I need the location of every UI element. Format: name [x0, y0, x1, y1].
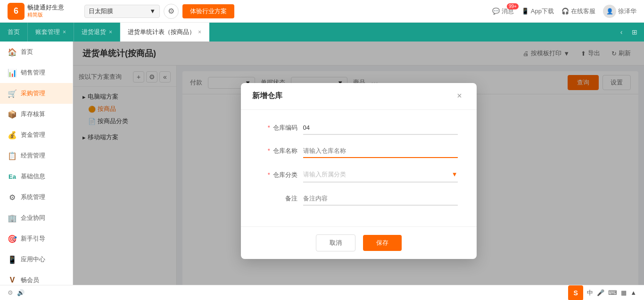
operation-icon: 📋	[8, 151, 17, 160]
top-header: 6 畅捷通好生意 精简版 日太阳膜 ▼ ⚙ 体验行业方案 💬 消息 99+ 📱 …	[0, 0, 644, 23]
form-input-code[interactable]	[303, 121, 458, 135]
tab-purchase-stats[interactable]: 进货单统计表（按商品） ×	[120, 23, 209, 42]
sidebar-item-operation[interactable]: 📋 经营管理	[0, 145, 73, 166]
content-area: 进货单统计(按商品) 🖨 按模板打印 ▼ ⬆ 导出 ↻ 刷新	[73, 42, 644, 300]
sidebar-item-finance[interactable]: 💰 资金管理	[0, 125, 73, 145]
form-row-name: * 仓库名称	[260, 144, 458, 158]
logo-icon: 6	[8, 3, 25, 20]
tab-next-btn[interactable]: ⊞	[629, 26, 640, 38]
vip-icon: V	[8, 275, 17, 285]
tab-home[interactable]: 首页	[0, 23, 28, 42]
app-download-btn[interactable]: 📱 App下载	[521, 7, 554, 16]
save-button[interactable]: 保存	[363, 235, 402, 251]
modal-overlay[interactable]: 新增仓库 × * 仓库编码 *	[73, 42, 644, 300]
sidebar-item-basic-info[interactable]: Ea 基础信息	[0, 166, 73, 187]
grid-icon[interactable]: ▦	[621, 289, 627, 296]
tab-purchase-return[interactable]: 进货退货 ×	[74, 23, 120, 42]
bottom-left: ⚙ 🔊	[8, 289, 25, 296]
form-label-name: * 仓库名称	[260, 147, 297, 155]
sidebar-item-system[interactable]: ⚙ 系统管理	[0, 187, 73, 208]
sidebar-item-apps[interactable]: 📱 应用中心	[0, 249, 73, 270]
modal-new-warehouse: 新增仓库 × * 仓库编码 *	[241, 83, 477, 259]
online-service-btn[interactable]: 🎧 在线客服	[561, 7, 595, 16]
form-row-remark: 备注	[260, 192, 458, 206]
enterprise-icon: 🏢	[8, 213, 17, 223]
user-avatar: 👤	[603, 5, 616, 18]
tab-prev-btn[interactable]: ‹	[616, 26, 627, 38]
finance-icon: 💰	[8, 130, 17, 140]
bottom-sound-icon[interactable]: 🔊	[17, 289, 25, 296]
form-label-code: * 仓库编码	[260, 124, 297, 132]
tab-spacer	[209, 23, 612, 42]
modal-close-btn[interactable]: ×	[454, 91, 465, 102]
bottom-right: S 中 🎤 ⌨ ▦ ▲	[568, 285, 636, 300]
tab-account[interactable]: 账套管理 ×	[28, 23, 74, 42]
sidebar-item-home[interactable]: 🏠 首页	[0, 42, 73, 62]
bottom-bar: ⚙ 🔊 S 中 🎤 ⌨ ▦ ▲	[0, 285, 644, 300]
mic-icon[interactable]: 🎤	[597, 289, 604, 296]
sidebar-item-enterprise[interactable]: 🏢 企业协同	[0, 208, 73, 228]
keyboard-icon[interactable]: ⌨	[608, 289, 617, 296]
apps-icon: 📱	[8, 255, 17, 264]
basic-info-icon: Ea	[8, 172, 17, 181]
sidebar-item-inventory[interactable]: 📦 库存核算	[0, 104, 73, 125]
logo-sub: 精简版	[27, 11, 64, 18]
logo-text: 畅捷通好生意	[27, 4, 64, 12]
form-label-category: * 仓库分类	[260, 171, 297, 179]
main-layout: 🏠 首页 📊 销售管理 🛒 采购管理 📦 库存核算 💰 资金管理 📋 经营管理 …	[0, 42, 644, 300]
logo-text-block: 畅捷通好生意 精简版	[27, 4, 64, 19]
messages-btn[interactable]: 💬 消息 99+	[492, 7, 514, 16]
user-btn[interactable]: 👤 徐泽华	[603, 5, 636, 18]
tab-controls: ‹ ⊞	[612, 23, 644, 42]
modal-title: 新增仓库	[252, 91, 282, 101]
sidebar-item-purchase[interactable]: 🛒 采购管理	[0, 83, 73, 104]
sidebar: 🏠 首页 📊 销售管理 🛒 采购管理 📦 库存核算 💰 资金管理 📋 经营管理 …	[0, 42, 73, 300]
form-row-code: * 仓库编码	[260, 121, 458, 135]
modal-body: * 仓库编码 * 仓库名称	[241, 110, 477, 226]
home-icon: 🏠	[8, 47, 17, 57]
messages-badge: 99+	[507, 3, 519, 9]
s-logo: S	[568, 285, 583, 300]
purchase-icon: 🛒	[8, 89, 17, 98]
trial-button[interactable]: 体验行业方案	[182, 4, 234, 18]
chinese-input-icon[interactable]: 中	[587, 289, 593, 297]
form-row-category: * 仓库分类 请输入所属分类 ▼	[260, 167, 458, 183]
form-input-name[interactable]	[303, 144, 458, 158]
chevron-icon[interactable]: ▲	[630, 289, 636, 296]
search-dropdown[interactable]: 日太阳膜 ▼	[84, 5, 160, 18]
bottom-settings-icon[interactable]: ⚙	[8, 289, 13, 296]
cancel-button[interactable]: 取消	[316, 234, 355, 251]
sales-icon: 📊	[8, 68, 17, 77]
tab-bar: 首页 账套管理 × 进货退货 × 进货单统计表（按商品） × ‹ ⊞	[0, 23, 644, 42]
logo-area: 6 畅捷通好生意 精简版	[8, 3, 81, 20]
tab-account-close[interactable]: ×	[63, 29, 66, 35]
header-search: 日太阳膜 ▼ ⚙ 体验行业方案	[84, 4, 492, 19]
tab-purchase-stats-close[interactable]: ×	[198, 29, 201, 35]
header-settings-btn[interactable]: ⚙	[164, 4, 179, 19]
sidebar-item-guide[interactable]: 🎯 新手引导	[0, 228, 73, 249]
modal-header: 新增仓库 ×	[241, 83, 477, 110]
tab-purchase-return-close[interactable]: ×	[109, 29, 112, 35]
modal-footer: 取消 保存	[241, 226, 477, 259]
form-label-remark: 备注	[260, 194, 297, 203]
form-input-remark[interactable]	[303, 192, 458, 206]
inventory-icon: 📦	[8, 109, 17, 119]
guide-icon: 🎯	[8, 234, 17, 243]
header-right: 💬 消息 99+ 📱 App下载 🎧 在线客服 👤 徐泽华	[492, 5, 636, 18]
sidebar-item-sales[interactable]: 📊 销售管理	[0, 62, 73, 83]
system-icon: ⚙	[8, 192, 17, 202]
form-select-category[interactable]: 请输入所属分类 ▼	[303, 167, 458, 183]
